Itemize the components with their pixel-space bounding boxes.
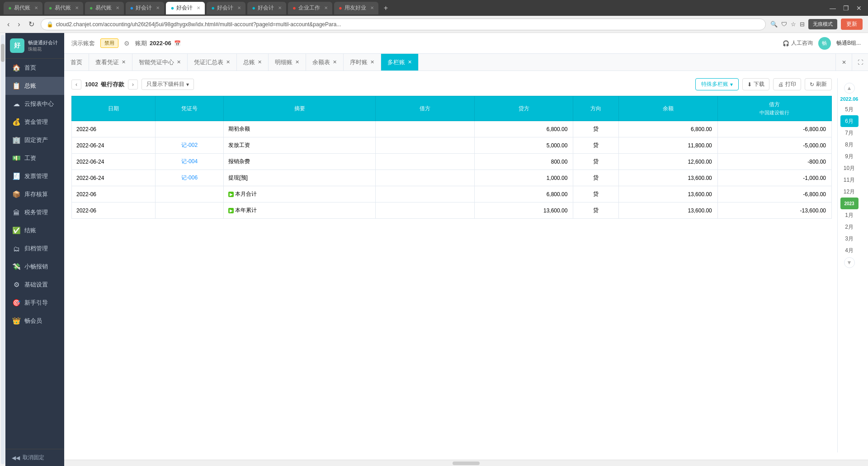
print-button[interactable]: 🖨 打印 [773,78,801,90]
back-button[interactable]: ‹ [5,19,11,30]
voucher-link[interactable]: 记-002 [181,142,198,148]
url-bar[interactable]: 🔒 cloud2.chanjet.com/accounting/uh26t264… [41,19,766,30]
prev-account-button[interactable]: ‹ [71,80,81,89]
maximize-button[interactable]: ❐ [840,4,852,13]
timeline-month-10[interactable]: 10月 [840,162,859,174]
timeline-month-9[interactable]: 9月 [840,151,859,162]
tab-close-9[interactable]: ✕ [370,5,374,10]
sidebar-item-payroll[interactable]: 💵 工资 [5,149,64,167]
timeline-month-6-active[interactable]: 6月 [840,115,859,127]
tab-home[interactable]: 首页 [64,54,89,71]
tab-voucher-view[interactable]: 查看凭证 ✕ [89,54,132,71]
tab-haokuaiji-3[interactable]: ● 好会计 ✕ [207,2,245,14]
sidebar-item-inventory[interactable]: 📦 库存核算 [5,185,64,203]
tab-haokuaiji-1[interactable]: ● 好会计 ✕ [126,2,165,14]
consult-button[interactable]: 🎧 人工咨询 [783,39,813,47]
sidebar-toggle[interactable]: ⊟ [800,21,805,28]
tab-yonyou[interactable]: ● 用友好业 ✕ [334,2,378,14]
sidebar-item-guide[interactable]: 🎯 新手引导 [5,294,64,312]
tab-journal-close[interactable]: ✕ [370,59,374,65]
tab-close-6[interactable]: ✕ [237,5,241,10]
horizontal-scrollbar[interactable] [64,460,868,466]
tab-smart-close[interactable]: ✕ [177,59,181,65]
tab-yidaizhang-2[interactable]: ● 易代账 ✕ [44,2,83,14]
close-browser-button[interactable]: ✕ [854,4,864,13]
cell-voucher[interactable]: 记-006 [155,170,223,186]
sidebar-item-archive[interactable]: 🗂 归档管理 [5,240,64,258]
sidebar-item-fund[interactable]: 💰 资金管理 [5,113,64,131]
sidebar-item-close-accounts[interactable]: ✅ 结账 [5,221,64,240]
scroll-thumb[interactable] [1,44,5,62]
timeline-month-2-2023[interactable]: 2月 [840,221,859,233]
tab-multi-col[interactable]: 多栏账 ✕ [381,54,419,71]
star-icon[interactable]: ☆ [791,21,796,28]
timeline-month-7[interactable]: 7月 [840,127,859,139]
tab-enterprise[interactable]: ● 企业工作 ✕ [288,2,332,14]
timeline-month-1-2023[interactable]: 1月 [840,209,859,221]
tab-smart-voucher[interactable]: 智能凭证中心 ✕ [132,54,188,71]
tab-yidaizhang-3[interactable]: ● 易代账 ✕ [85,2,124,14]
tab-voucher-close[interactable]: ✕ [122,59,126,65]
sidebar-item-invoice[interactable]: 🧾 发票管理 [5,167,64,185]
timeline-month-11[interactable]: 11月 [840,174,859,186]
sidebar-item-member[interactable]: 👑 畅会员 [5,312,64,330]
tab-close-1[interactable]: ✕ [34,5,38,10]
tab-balance-close[interactable]: ✕ [333,59,337,65]
tab-close-5[interactable]: ✕ [197,5,200,10]
tab-detail-ledger[interactable]: 明细账 ✕ [269,54,306,71]
tab-ledger-close[interactable]: ✕ [258,59,262,65]
tab-close-7[interactable]: ✕ [278,5,282,10]
scroll-track[interactable] [1,35,5,464]
tab-close-2[interactable]: ✕ [75,5,79,10]
shield-icon[interactable]: 🛡 [781,21,787,28]
sub-filter-dropdown[interactable]: 只显示下级科目 ▾ [142,79,194,90]
timeline-month-3-2023[interactable]: 3月 [840,233,859,245]
sidebar-item-settings[interactable]: ⚙ 基础设置 [5,276,64,294]
voucher-link[interactable]: 记-006 [181,174,198,181]
refresh-button[interactable]: ↻ [27,18,36,30]
minimize-button[interactable]: — [827,4,839,13]
incognito-button[interactable]: 无痕模式 [808,19,837,29]
sidebar-item-ledger[interactable]: 📋 总账 [5,77,64,95]
tab-haokuaiji-4[interactable]: ● 好会计 ✕ [247,2,286,14]
download-button[interactable]: ⬇ 下载 [742,78,769,90]
tab-summary-close[interactable]: ✕ [226,59,230,65]
tab-close-4[interactable]: ✕ [156,5,160,10]
tab-detail-close[interactable]: ✕ [295,59,299,65]
tab-minimize-button[interactable]: ✕ [835,54,852,71]
tab-haokuaiji-2-active[interactable]: ● 好会计 ✕ [166,2,205,14]
tab-balance-sheet[interactable]: 余额表 ✕ [306,54,344,71]
h-scroll-thumb[interactable] [453,461,480,465]
new-tab-button[interactable]: + [380,4,392,12]
update-button[interactable]: 更新 [841,19,863,30]
cell-voucher[interactable]: 记-004 [155,154,223,170]
sidebar-item-expense[interactable]: 💸 小畅报销 [5,258,64,276]
sidebar-item-cloud-report[interactable]: ☁ 云报表中心 [5,95,64,113]
timeline-up-arrow[interactable]: ▲ [844,83,855,94]
refresh-button[interactable]: ↻ 刷新 [805,78,832,90]
timeline-month-4-2023[interactable]: 4月 [840,245,859,256]
special-multi-col-button[interactable]: 特殊多栏账 ▾ [695,78,739,90]
tab-yidaizhang-1[interactable]: ● 易代账 ✕ [4,2,42,14]
search-icon[interactable]: 🔍 [770,21,778,28]
tab-multi-close[interactable]: ✕ [408,59,412,65]
tab-general-ledger[interactable]: 总账 ✕ [237,54,269,71]
sidebar-item-tax[interactable]: 🏛 税务管理 [5,203,64,221]
voucher-link[interactable]: 记-004 [181,158,198,165]
calendar-icon[interactable]: 📅 [174,40,181,47]
sidebar-item-home[interactable]: 🏠 首页 [5,59,64,77]
sidebar-item-fixed-assets[interactable]: 🏢 固定资产 [5,131,64,149]
left-scrollbar[interactable] [0,33,5,466]
timeline-month-12[interactable]: 12月 [840,186,859,198]
tab-close-8[interactable]: ✕ [324,5,328,10]
tab-expand-button[interactable]: ⛶ [852,54,868,71]
unpin-button[interactable]: ◀◀ 取消固定 [5,449,64,466]
timeline-down-arrow[interactable]: ▼ [844,257,855,268]
cell-voucher[interactable]: 记-002 [155,137,223,154]
tab-close-3[interactable]: ✕ [116,5,119,10]
tab-voucher-summary[interactable]: 凭证汇总表 ✕ [188,54,237,71]
settings-gear-icon[interactable]: ⚙ [124,40,130,47]
next-account-button[interactable]: › [128,80,138,89]
timeline-month-8[interactable]: 8月 [840,139,859,151]
timeline-month-5[interactable]: 5月 [840,104,859,115]
